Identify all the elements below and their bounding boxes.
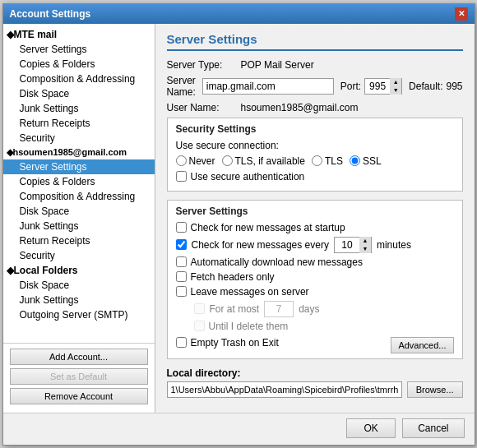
sidebar-item-local-junk[interactable]: Junk Settings bbox=[3, 293, 155, 307]
sidebar-tree: ◆MTE mail Server Settings Copies & Folde… bbox=[3, 27, 155, 343]
check-startup-row: Check for new messages at startup bbox=[176, 222, 454, 233]
radio-never-label[interactable]: Never bbox=[176, 155, 215, 167]
auto-download-row: Automatically download new messages bbox=[176, 256, 454, 268]
sidebar-item-local-disk[interactable]: Disk Space bbox=[3, 278, 155, 293]
radio-ssl-label[interactable]: SSL bbox=[350, 155, 382, 167]
sidebar-item-gmail-junk[interactable]: Junk Settings bbox=[3, 219, 155, 233]
security-settings-title: Security Settings bbox=[176, 123, 454, 135]
panel-title: Server Settings bbox=[167, 32, 463, 51]
radio-tls-available-label[interactable]: TLS, if available bbox=[222, 155, 305, 167]
check-every-decrement[interactable]: ▼ bbox=[359, 245, 371, 253]
server-name-input[interactable] bbox=[202, 78, 334, 95]
default-value: 995 bbox=[446, 81, 462, 92]
sidebar-item-gmail-receipts[interactable]: Return Receipts bbox=[3, 233, 155, 248]
radio-tls-available[interactable] bbox=[222, 155, 233, 166]
radio-ssl[interactable] bbox=[350, 155, 360, 166]
check-every-label: Check for new messages every bbox=[192, 239, 329, 251]
port-spinner-buttons: ▲ ▼ bbox=[390, 78, 401, 95]
sidebar-item-local-smtp[interactable]: Outgoing Server (SMTP) bbox=[3, 307, 155, 322]
local-dir-label: Local directory: bbox=[167, 367, 463, 379]
local-directory-section: Local directory: Browse... bbox=[167, 367, 463, 398]
sidebar-item-gmail-security[interactable]: Security bbox=[3, 248, 155, 263]
ok-button[interactable]: OK bbox=[346, 418, 396, 438]
sidebar-item-gmail-composition[interactable]: Composition & Addressing bbox=[3, 189, 155, 204]
check-every-spinner[interactable]: ▲ ▼ bbox=[334, 237, 372, 253]
until-delete-row: Until I delete them bbox=[194, 321, 454, 332]
leave-messages-row: Leave messages on server bbox=[176, 286, 454, 298]
leave-messages-options: For at most days Until I delete them bbox=[194, 301, 454, 332]
sidebar: ◆MTE mail Server Settings Copies & Folde… bbox=[3, 24, 155, 413]
server-name-label: Server Name: bbox=[167, 75, 202, 98]
main-panel: Server Settings Server Type: POP Mail Se… bbox=[155, 24, 475, 413]
port-increment-button[interactable]: ▲ bbox=[390, 78, 401, 86]
sidebar-item-mte-receipts[interactable]: Return Receipts bbox=[3, 116, 155, 131]
leave-messages-label: Leave messages on server bbox=[191, 286, 309, 298]
server-type-row: Server Type: POP Mail Server bbox=[167, 59, 463, 71]
sidebar-section-mte-mail[interactable]: ◆MTE mail bbox=[3, 27, 155, 42]
username-value: hsoumen1985@gmail.com bbox=[241, 102, 359, 113]
sidebar-section-hsoumen[interactable]: ◆hsoumen1985@gmail.com bbox=[3, 145, 155, 159]
sidebar-item-gmail-server-settings[interactable]: Server Settings bbox=[3, 159, 155, 174]
until-delete-checkbox[interactable] bbox=[194, 321, 205, 331]
server-type-label: Server Type: bbox=[167, 59, 241, 71]
check-every-row: Check for new messages every ▲ ▼ minutes bbox=[176, 237, 454, 253]
window-title: Account Settings bbox=[10, 8, 91, 20]
empty-trash-row: Empty Trash on Exit bbox=[176, 337, 279, 349]
radio-tls-text: TLS bbox=[325, 155, 343, 167]
username-label: User Name: bbox=[167, 102, 241, 113]
fetch-headers-label: Fetch headers only bbox=[191, 271, 275, 283]
for-at-most-row: For at most days bbox=[194, 301, 454, 317]
leave-messages-checkbox[interactable] bbox=[176, 286, 187, 297]
set-default-button[interactable]: Set as Default bbox=[10, 368, 148, 385]
advanced-button[interactable]: Advanced... bbox=[391, 337, 453, 353]
server-name-row: Server Name: Port: ▲ ▼ Default: 995 bbox=[167, 75, 463, 98]
check-every-unit: minutes bbox=[377, 239, 411, 251]
remove-account-button[interactable]: Remove Account bbox=[10, 388, 148, 404]
radio-tls-label[interactable]: TLS bbox=[312, 155, 343, 167]
sidebar-item-gmail-disk[interactable]: Disk Space bbox=[3, 204, 155, 219]
check-startup-checkbox[interactable] bbox=[176, 222, 187, 233]
fetch-headers-checkbox[interactable] bbox=[176, 271, 187, 282]
use-secure-auth-row: Use secure authentication bbox=[176, 171, 454, 182]
username-row: User Name: hsoumen1985@gmail.com bbox=[167, 102, 463, 113]
check-startup-label: Check for new messages at startup bbox=[191, 222, 345, 233]
port-spinner[interactable]: ▲ ▼ bbox=[364, 78, 402, 95]
use-secure-auth-label: Use secure authentication bbox=[191, 171, 305, 182]
check-every-increment[interactable]: ▲ bbox=[359, 237, 371, 245]
radio-never[interactable] bbox=[176, 155, 187, 166]
default-label: Default: bbox=[409, 81, 442, 92]
sidebar-item-mte-server-settings[interactable]: Server Settings bbox=[3, 42, 155, 57]
browse-button[interactable]: Browse... bbox=[407, 381, 463, 398]
check-every-checkbox[interactable] bbox=[176, 239, 187, 250]
for-at-most-input[interactable] bbox=[264, 301, 294, 317]
sidebar-buttons: Add Account... Set as Default Remove Acc… bbox=[3, 343, 155, 409]
sidebar-item-mte-junk[interactable]: Junk Settings bbox=[3, 101, 155, 116]
port-decrement-button[interactable]: ▼ bbox=[390, 86, 401, 95]
sidebar-item-mte-security[interactable]: Security bbox=[3, 131, 155, 145]
for-at-most-unit: days bbox=[299, 303, 319, 315]
server-settings-title: Server Settings bbox=[176, 206, 454, 217]
check-every-spinner-buttons: ▲ ▼ bbox=[359, 237, 371, 253]
empty-trash-checkbox[interactable] bbox=[176, 337, 187, 348]
use-secure-auth-checkbox[interactable] bbox=[176, 171, 187, 182]
use-secure-label: Use secure connection: bbox=[176, 140, 279, 151]
check-every-input[interactable] bbox=[335, 238, 359, 252]
sidebar-item-mte-copies[interactable]: Copies & Folders bbox=[3, 57, 155, 72]
radio-tls[interactable] bbox=[312, 155, 322, 166]
sidebar-item-gmail-copies[interactable]: Copies & Folders bbox=[3, 174, 155, 189]
for-at-most-checkbox[interactable] bbox=[194, 303, 205, 314]
sidebar-item-mte-composition[interactable]: Composition & Addressing bbox=[3, 72, 155, 86]
add-account-button[interactable]: Add Account... bbox=[10, 349, 148, 365]
port-input[interactable] bbox=[365, 79, 390, 94]
until-delete-label: Until I delete them bbox=[209, 321, 289, 332]
radio-never-text: Never bbox=[189, 155, 215, 167]
empty-trash-label: Empty Trash on Exit bbox=[191, 337, 279, 349]
use-secure-label-row: Use secure connection: bbox=[176, 140, 454, 151]
auto-download-checkbox[interactable] bbox=[176, 256, 187, 267]
local-dir-input[interactable] bbox=[167, 381, 402, 398]
sidebar-section-local-folders[interactable]: ◆Local Folders bbox=[3, 263, 155, 278]
cancel-button[interactable]: Cancel bbox=[402, 418, 464, 438]
radio-ssl-text: SSL bbox=[363, 155, 382, 167]
close-button[interactable]: ✕ bbox=[455, 7, 468, 21]
sidebar-item-mte-disk[interactable]: Disk Space bbox=[3, 86, 155, 101]
